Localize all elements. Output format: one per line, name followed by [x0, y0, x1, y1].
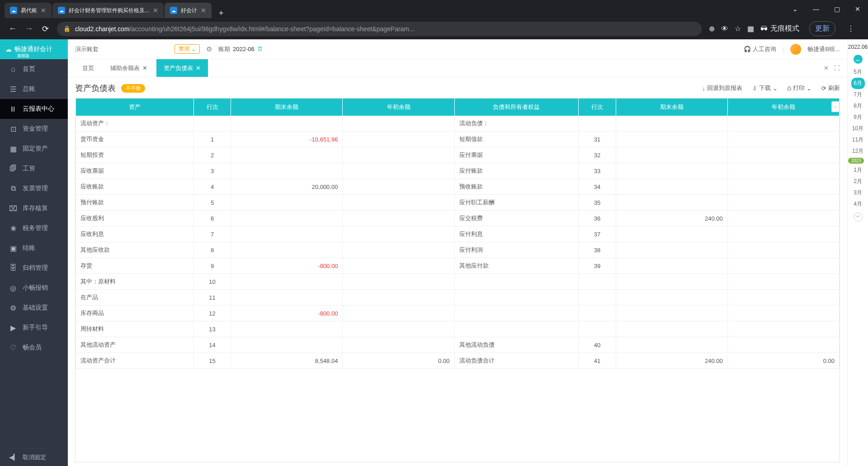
sidebar-item[interactable]: ⚙基础设置 — [0, 298, 68, 318]
minimize-icon[interactable]: ― — [806, 0, 826, 18]
month-item[interactable]: 8月 — [851, 100, 865, 112]
cell[interactable]: 应付利润 — [454, 242, 579, 258]
cell[interactable] — [343, 337, 454, 353]
cell[interactable]: 6 — [193, 211, 231, 226]
month-item[interactable]: 2月 — [854, 176, 862, 187]
cell[interactable]: 流动资产合计 — [76, 353, 194, 369]
account-name[interactable]: 演示账套 — [75, 45, 99, 53]
cell[interactable] — [231, 290, 343, 306]
extension-icon[interactable]: ▦ — [747, 24, 754, 33]
period-picker[interactable]: 账期 2022-06 🗓 — [218, 45, 263, 53]
table-wrap[interactable]: 资产行次期末余额年初余额负债和所有者权益行次期末余额年初余额 流动资产：流动负债… — [75, 98, 840, 462]
cell[interactable] — [343, 147, 454, 163]
cell[interactable] — [616, 195, 727, 211]
cell[interactable] — [727, 337, 839, 353]
month-down-icon[interactable]: ︾ — [854, 212, 863, 221]
page-tab[interactable]: 首页 — [75, 59, 101, 77]
cell[interactable]: 其他流动负债 — [454, 337, 579, 353]
month-item[interactable]: 10月 — [851, 123, 865, 134]
cell[interactable]: 应付职工薪酬 — [454, 195, 579, 211]
month-item[interactable]: 12月 — [851, 146, 865, 157]
sidebar-item[interactable]: ⌂首页 — [0, 59, 68, 79]
cell[interactable]: 4 — [193, 179, 231, 195]
tab-close-icon[interactable]: ✕ — [196, 65, 201, 71]
cell[interactable] — [343, 116, 454, 132]
menu-icon[interactable]: ⋮ — [842, 24, 860, 33]
browser-tab[interactable]: ☁好会计✕ — [165, 3, 212, 18]
cell[interactable]: 20,000.00 — [231, 179, 343, 195]
cell[interactable]: 10 — [193, 274, 231, 290]
cell[interactable] — [454, 321, 579, 337]
cell[interactable] — [343, 211, 454, 226]
cell[interactable] — [727, 132, 839, 147]
cell[interactable] — [231, 211, 343, 226]
cell[interactable] — [727, 258, 839, 274]
cell[interactable] — [343, 321, 454, 337]
cell[interactable]: 35 — [579, 195, 616, 211]
cell[interactable] — [343, 274, 454, 290]
cell[interactable] — [727, 211, 839, 226]
cell[interactable] — [579, 116, 616, 132]
cell[interactable]: 32 — [579, 147, 616, 163]
sidebar-item[interactable]: ▦固定资产 — [0, 139, 68, 159]
cell[interactable]: 流动负债： — [454, 116, 579, 132]
refresh-button[interactable]: ⟳ 刷新 — [821, 84, 840, 92]
tab-close-icon[interactable]: ✕ — [142, 65, 147, 71]
cell[interactable] — [727, 321, 839, 337]
cell[interactable] — [616, 290, 727, 306]
page-tab[interactable]: 辅助余额表✕ — [103, 59, 155, 77]
cell[interactable] — [343, 290, 454, 306]
cell[interactable]: 应付利息 — [454, 226, 579, 242]
fullscreen-icon[interactable]: ⛶ — [834, 65, 840, 71]
eye-off-icon[interactable]: 👁 — [721, 25, 728, 33]
cell[interactable] — [616, 321, 727, 337]
cell[interactable]: 40 — [579, 337, 616, 353]
cell[interactable] — [616, 226, 727, 242]
cell[interactable]: 应收账款 — [76, 179, 194, 195]
cell[interactable]: 3 — [193, 163, 231, 179]
cell[interactable] — [343, 132, 454, 147]
user-name[interactable]: 畅捷通B组... — [807, 45, 840, 53]
back-button[interactable]: ← — [5, 24, 21, 33]
cell[interactable]: -10,651.96 — [231, 132, 343, 147]
support-link[interactable]: 🎧 人工咨询 — [744, 45, 776, 53]
month-item[interactable]: 9月 — [851, 112, 865, 123]
cell[interactable] — [727, 116, 839, 132]
rollback-button[interactable]: ↓ 回退到原报表 — [703, 84, 743, 92]
cell[interactable] — [343, 163, 454, 179]
cell[interactable]: 短期借款 — [454, 132, 579, 147]
reload-button[interactable]: ⟳ — [37, 24, 53, 34]
cell[interactable] — [343, 179, 454, 195]
cell[interactable]: 应付票据 — [454, 147, 579, 163]
cell[interactable]: 存货 — [76, 258, 194, 274]
chevron-down-icon[interactable]: ⌄ — [785, 0, 806, 18]
cell[interactable]: 11 — [193, 290, 231, 306]
sidebar-item[interactable]: ☰总账 — [0, 79, 68, 99]
cell[interactable] — [616, 147, 727, 163]
disable-badge[interactable]: 禁用 ⌄ — [175, 44, 200, 54]
cell[interactable]: 38 — [579, 242, 616, 258]
cell[interactable] — [454, 274, 579, 290]
cell[interactable] — [727, 290, 839, 306]
cell[interactable] — [231, 242, 343, 258]
cell[interactable] — [616, 179, 727, 195]
cell[interactable] — [727, 179, 839, 195]
cell[interactable] — [727, 306, 839, 321]
cell[interactable] — [727, 242, 839, 258]
cell[interactable]: 其中：原材料 — [76, 274, 194, 290]
cell[interactable]: 34 — [579, 179, 616, 195]
cell[interactable]: 240.00 — [616, 211, 727, 226]
print-button[interactable]: ⎙ 打印 ⌄ — [788, 84, 811, 92]
cell[interactable]: 预收账款 — [454, 179, 579, 195]
tab-close-icon[interactable]: ✕ — [153, 7, 158, 14]
cell[interactable]: 应收票据 — [76, 163, 194, 179]
cell[interactable] — [727, 274, 839, 290]
cell[interactable] — [231, 163, 343, 179]
maximize-icon[interactable]: ▢ — [826, 0, 847, 18]
update-button[interactable]: 更新 — [809, 21, 835, 36]
cell[interactable] — [727, 147, 839, 163]
download-button[interactable]: ⇩ 下载 ⌄ — [752, 84, 778, 92]
cell[interactable]: 其他应付款 — [454, 258, 579, 274]
month-item[interactable]: 4月 — [854, 198, 862, 210]
cell[interactable] — [231, 226, 343, 242]
